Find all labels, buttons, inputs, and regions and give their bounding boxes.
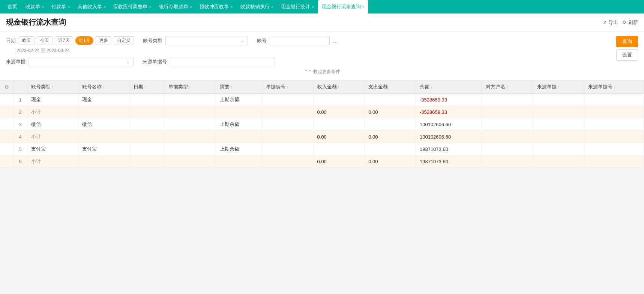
date-option-btn[interactable]: 昨天 xyxy=(19,36,35,45)
sort-icon[interactable]: ↕ xyxy=(431,85,432,89)
date-option-btn[interactable]: 自定义 xyxy=(114,36,134,45)
export-button[interactable]: ↗ 导出 xyxy=(603,19,618,26)
column-header-summary[interactable]: 摘要↕ xyxy=(216,81,262,94)
account-input[interactable] xyxy=(270,36,330,45)
cell-doc_no xyxy=(262,94,313,106)
nav-tab[interactable]: 其他收入单× xyxy=(74,0,110,13)
sort-icon[interactable]: ↕ xyxy=(558,85,560,89)
sort-icon[interactable]: ↕ xyxy=(144,85,146,89)
cell-account_name: 现金 xyxy=(78,94,130,106)
date-option-btn[interactable]: 近7天 xyxy=(55,36,73,45)
table-row[interactable]: 2小计0.000.00-3528659.33 xyxy=(0,106,644,118)
sort-icon[interactable]: ↕ xyxy=(338,85,340,89)
cell-seq: 5 xyxy=(14,143,27,155)
tab-close-icon[interactable]: × xyxy=(271,4,273,9)
settings-button[interactable]: 设置 xyxy=(616,49,638,61)
nav-tab[interactable]: 应收应付调整单× xyxy=(110,0,155,13)
table-row[interactable]: 4小计0.000.00100102606.60 xyxy=(0,131,644,143)
column-header-doc_no[interactable]: 单据编号↕ xyxy=(262,81,313,94)
tab-close-icon[interactable]: × xyxy=(68,4,70,9)
account-filter-group: 账号 ... xyxy=(257,36,338,45)
nav-tab[interactable]: 收款单× xyxy=(22,0,48,13)
column-header-account_name[interactable]: 账号名称↕ xyxy=(78,81,130,94)
nav-home[interactable]: 首页 xyxy=(3,0,22,13)
nav-tab[interactable]: 现金银行统计× xyxy=(277,0,318,13)
nav-tab[interactable]: 付款单× xyxy=(48,0,74,13)
source-doc-filter-group: 来源单据 ⌄ xyxy=(6,57,134,66)
sort-icon[interactable]: ↕ xyxy=(103,85,105,89)
source-doc-num-label: 来源单据号 xyxy=(143,58,167,65)
cell-account_name: 微信 xyxy=(78,118,130,131)
cell-seq: 1 xyxy=(14,94,27,106)
sort-icon[interactable]: ↕ xyxy=(231,85,233,89)
cell-doc_type xyxy=(164,94,216,106)
cell-account_name xyxy=(78,155,130,168)
cell-income: 0.00 xyxy=(313,155,365,168)
table-row[interactable]: 3微信微信上期余额100102606.60 xyxy=(0,118,644,131)
cell-balance: 19871073.60 xyxy=(416,155,482,168)
date-option-btn[interactable]: 近1月 xyxy=(75,36,94,45)
sort-icon[interactable]: ↕ xyxy=(614,85,615,89)
cell-date xyxy=(129,155,164,168)
tab-close-icon[interactable]: × xyxy=(312,4,314,9)
cell-summary: 上期余额 xyxy=(216,118,262,131)
refresh-button[interactable]: ⟳ 刷新 xyxy=(623,19,638,26)
table-row[interactable]: 1现金现金上期余额-3528659.33 xyxy=(0,94,644,106)
cell-gear xyxy=(0,94,14,106)
cell-source_doc xyxy=(533,143,584,155)
source-doc-num-input[interactable] xyxy=(170,57,275,66)
column-header-source_doc[interactable]: 来源单据↕ xyxy=(533,81,584,94)
cell-source_doc xyxy=(533,94,584,106)
cell-expense: 0.00 xyxy=(365,106,416,118)
cell-gear xyxy=(0,118,14,131)
column-header-income[interactable]: 收入金额↕ xyxy=(313,81,365,94)
cell-income: 0.00 xyxy=(313,131,365,143)
cell-gear xyxy=(0,106,14,118)
nav-tab[interactable]: 银行存取款单× xyxy=(155,0,196,13)
sort-icon[interactable]: ↕ xyxy=(389,85,391,89)
sort-icon[interactable]: ↕ xyxy=(287,85,288,89)
collapse-bar[interactable]: ⌃⌃ 收起更多条件 xyxy=(6,66,638,76)
sort-icon[interactable]: ↕ xyxy=(189,85,191,89)
cell-counterparty xyxy=(482,131,533,143)
tab-close-icon[interactable]: × xyxy=(104,4,106,9)
source-doc-select[interactable]: ⌄ xyxy=(29,57,134,66)
cell-expense: 0.00 xyxy=(365,131,416,143)
header-actions: ↗ 导出 ⟳ 刷新 xyxy=(603,19,638,26)
nav-tab[interactable]: 收款核销执行× xyxy=(237,0,277,13)
cell-source_doc xyxy=(533,118,584,131)
cell-date xyxy=(129,131,164,143)
cell-balance: 100102606.60 xyxy=(416,131,482,143)
gear-settings-icon[interactable]: ⚙ xyxy=(5,84,9,90)
date-option-btn[interactable]: 更多 xyxy=(96,36,111,45)
cell-income xyxy=(313,94,365,106)
column-header-doc_type[interactable]: 单据类型↕ xyxy=(164,81,216,94)
collapse-label: 收起更多条件 xyxy=(313,69,340,75)
tab-close-icon[interactable]: × xyxy=(149,4,151,9)
column-header-counterparty[interactable]: 对方户名↕ xyxy=(482,81,533,94)
cell-date xyxy=(129,106,164,118)
sort-icon[interactable]: ↕ xyxy=(506,85,508,89)
account-dots[interactable]: ... xyxy=(333,37,338,44)
sort-icon[interactable]: ↕ xyxy=(52,85,54,89)
column-header-account_type[interactable]: 账号类型↕ xyxy=(27,81,78,94)
tab-close-icon[interactable]: × xyxy=(190,4,192,9)
nav-tab[interactable]: 现金银行流水查询× xyxy=(318,0,368,13)
date-option-btn[interactable]: 今天 xyxy=(37,36,53,45)
table-row[interactable]: 6小计0.000.0019871073.60 xyxy=(0,155,644,168)
tab-close-icon[interactable]: × xyxy=(230,4,233,9)
cell-balance: 19871073.60 xyxy=(416,143,482,155)
query-button[interactable]: 查询 xyxy=(616,36,638,47)
tab-close-icon[interactable]: × xyxy=(362,4,365,9)
account-label: 账号 xyxy=(257,37,267,44)
tab-close-icon[interactable]: × xyxy=(42,4,44,9)
account-type-select[interactable]: ⌄ xyxy=(165,36,248,45)
nav-tab[interactable]: 预收冲应收单× xyxy=(196,0,236,13)
column-header-expense[interactable]: 支出金额↕ xyxy=(365,81,416,94)
cell-gear xyxy=(0,131,14,143)
column-header-date[interactable]: 日期↕ xyxy=(129,81,164,94)
column-header-source_doc_no[interactable]: 来源单据号↕ xyxy=(584,81,644,94)
cell-income: 0.00 xyxy=(313,106,365,118)
column-header-balance[interactable]: 余额↕ xyxy=(416,81,482,94)
table-row[interactable]: 5支付宝支付宝上期余额19871073.60 xyxy=(0,143,644,155)
